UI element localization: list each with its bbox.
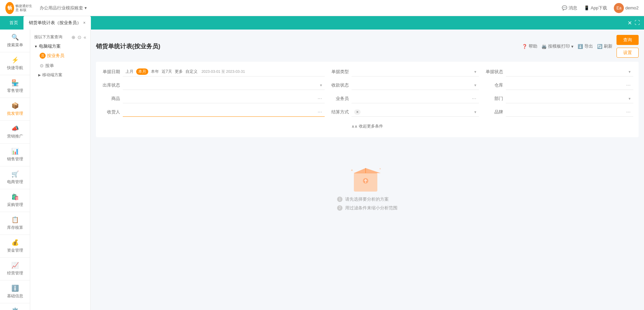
- filter-row-4: 收货人 ··· 结算方式 × ▾: [101, 107, 633, 117]
- avatar: Ea: [614, 3, 624, 13]
- doc-status-label: 单据状态: [484, 69, 503, 75]
- date-input[interactable]: 上月 本月 本年 近7天 更多 自定义 2023-03-01 至 2023-03…: [123, 67, 325, 76]
- warehouse-dots-icon: ···: [626, 82, 631, 88]
- app-download-button[interactable]: 📱 App下载: [584, 5, 607, 11]
- scheme-by-order[interactable]: ⚙ 按单: [30, 61, 90, 71]
- salesperson-label: 业务员: [330, 96, 349, 102]
- operations-icon: 📈: [11, 262, 19, 269]
- inner-layout: 按以下方案查询 ⊕ ⊙ « ▼ 电脑端方案 员 按业务员 ⚙ 按单 ▶: [30, 30, 644, 310]
- sidebar-item-marketing[interactable]: 📣 营销推广: [0, 121, 30, 144]
- sidebar-item-quick-nav[interactable]: ⚡ 快捷导航: [0, 52, 30, 75]
- date-tab-more[interactable]: 更多: [175, 69, 183, 74]
- sidebar-item-operations[interactable]: 📈 经营管理: [0, 258, 30, 280]
- top-header: 畅 畅捷通好生意 标版 办公用品行业模拟账套 ▾ 💬 消息 📱 App下载 Ea…: [0, 0, 644, 16]
- sales-icon: 📊: [11, 148, 19, 155]
- tab-close-icon[interactable]: ×: [83, 20, 86, 25]
- out-status-input[interactable]: ▾: [123, 81, 325, 90]
- filter-out-status: 出库状态 ▾: [101, 81, 325, 90]
- brand-input[interactable]: ···: [506, 107, 633, 117]
- maximize-icon[interactable]: ⛶: [635, 20, 640, 26]
- receive-status-label: 收款状态: [330, 82, 349, 88]
- close-window-icon[interactable]: ✕: [628, 20, 632, 26]
- expand-arrow-icon: ▼: [34, 45, 38, 48]
- date-tab-this-month[interactable]: 本月: [136, 68, 148, 75]
- empty-steps: 1 请先选择要分析的方案 2 用过滤条件来缩小分析范围: [337, 195, 397, 212]
- sidebar-item-ecommerce[interactable]: 🛒 电商管理: [0, 166, 30, 189]
- warehouse-input[interactable]: ···: [506, 81, 633, 90]
- refresh-icon: 🔄: [597, 44, 602, 49]
- sidebar-item-basic[interactable]: ℹ️ 基础信息: [0, 280, 30, 303]
- edit-scheme-icon[interactable]: ⊙: [77, 35, 82, 40]
- help-icon: ❓: [522, 44, 527, 49]
- add-scheme-icon[interactable]: ⊕: [71, 35, 75, 40]
- receiver-input[interactable]: ···: [123, 107, 325, 117]
- date-tab-7days[interactable]: 近7天: [162, 69, 172, 74]
- desktop-section-title[interactable]: ▼ 电脑端方案: [30, 42, 90, 51]
- tab-bar: 首页 销货单统计表（按业务员） × ✕ ⛶: [0, 16, 644, 30]
- right-content: 销货单统计表(按业务员) ❓ 帮助 🖨️ 按模板打印 ▾ ⬇️ 导出: [91, 30, 644, 310]
- department-label: 部门: [484, 96, 503, 102]
- date-tabs: 上月 本月 本年 近7天 更多 自定义 2023-03-01 至 2023-03…: [125, 68, 245, 75]
- warehouse-label: 仓库: [484, 82, 503, 88]
- collapse-panel-icon[interactable]: «: [84, 35, 86, 40]
- breadcrumb-dropdown[interactable]: 办公用品行业模拟账套 ▾: [40, 5, 87, 11]
- date-tab-custom[interactable]: 自定义: [185, 69, 198, 74]
- mobile-section-title[interactable]: ▶ 移动端方案: [30, 71, 90, 79]
- system-icon: ⚙️: [11, 307, 19, 310]
- sidebar-item-wholesale[interactable]: 📦 批发管理: [0, 98, 30, 121]
- template-print-button[interactable]: 🖨️ 按模板打印 ▾: [541, 43, 574, 49]
- filter-goods: 商品 ···: [101, 94, 325, 103]
- panel-title: 按以下方案查询: [34, 34, 62, 40]
- brand-label: 品牌: [484, 109, 503, 115]
- sidebar-item-search-menu[interactable]: 🔍 搜索菜单: [0, 30, 30, 52]
- date-tab-last-month[interactable]: 上月: [125, 69, 133, 74]
- scheme-by-salesperson[interactable]: 员 按业务员: [30, 51, 90, 61]
- query-button[interactable]: 查询: [616, 35, 639, 45]
- sidebar-item-retail[interactable]: 🏪 零售管理: [0, 75, 30, 98]
- date-tab-this-year[interactable]: 本年: [151, 69, 159, 74]
- receiver-dots-icon: ···: [318, 109, 322, 115]
- salesperson-dots-icon: ···: [472, 96, 476, 102]
- refresh-button[interactable]: 🔄 刷新: [597, 43, 612, 49]
- filter-row-2: 出库状态 ▾ 收款状态 ▾ 仓库: [101, 81, 633, 90]
- filter-date: 单据日期 上月 本月 本年 近7天 更多 自定义 2023-03-01 至 20…: [101, 67, 325, 76]
- help-button[interactable]: ❓ 帮助: [522, 43, 537, 49]
- filter-doc-type: 单据类型 ▾: [330, 67, 479, 76]
- quick-nav-icon: ⚡: [11, 56, 19, 64]
- date-range-display: 2023-03-01 至 2023-03-31: [202, 69, 245, 74]
- salesperson-circle-icon: 员: [40, 53, 46, 59]
- salesperson-input[interactable]: ···: [352, 94, 479, 103]
- empty-state: ✦ ✦ 1 请先选择要分析的方案 2 用过滤条件来缩小分析范围: [96, 141, 639, 232]
- basic-icon: ℹ️: [11, 285, 19, 292]
- sidebar-item-system[interactable]: ⚙️ 系统管理: [0, 303, 30, 310]
- department-chevron-icon: ▾: [629, 96, 631, 101]
- receiver-label: 收货人: [101, 109, 120, 115]
- tab-active[interactable]: 销货单统计表（按业务员） ×: [23, 16, 91, 30]
- chevron-down-icon: ▾: [85, 5, 87, 10]
- doc-type-input[interactable]: ▾: [352, 67, 479, 76]
- collapse-conditions-button[interactable]: ∧∧ 收起更多条件: [352, 123, 383, 129]
- receive-status-input[interactable]: ▾: [352, 81, 479, 90]
- message-button[interactable]: 💬 消息: [562, 5, 577, 11]
- goods-input[interactable]: ···: [123, 94, 325, 103]
- sidebar-item-inventory[interactable]: 📋 库存核算: [0, 212, 30, 235]
- filter-doc-status: 单据状态 ▾: [484, 67, 633, 76]
- sidebar-item-purchase[interactable]: 🛍️ 采购管理: [0, 189, 30, 212]
- sidebar-item-finance[interactable]: 💰 资金管理: [0, 235, 30, 258]
- user-menu[interactable]: Ea demo2: [614, 3, 639, 13]
- setting-button[interactable]: 设置: [616, 48, 639, 58]
- export-button[interactable]: ⬇️ 导出: [578, 43, 593, 49]
- message-icon: 💬: [562, 5, 567, 10]
- wholesale-icon: 📦: [11, 102, 19, 109]
- doc-status-input[interactable]: ▾: [506, 67, 633, 76]
- sidebar-item-sales[interactable]: 📊 销售管理: [0, 144, 30, 166]
- out-status-label: 出库状态: [101, 82, 120, 88]
- department-input[interactable]: ▾: [506, 94, 633, 103]
- page-actions: ❓ 帮助 🖨️ 按模板打印 ▾ ⬇️ 导出 🔄 刷新: [522, 35, 639, 58]
- payment-method-input[interactable]: × ▾: [352, 107, 479, 117]
- brand-dots-icon: ···: [626, 109, 631, 115]
- inventory-icon: 📋: [11, 216, 19, 223]
- left-panel: 按以下方案查询 ⊕ ⊙ « ▼ 电脑端方案 员 按业务员 ⚙ 按单 ▶: [30, 30, 91, 310]
- filter-brand: 品牌 ···: [484, 107, 633, 117]
- tab-home[interactable]: 首页: [4, 16, 23, 30]
